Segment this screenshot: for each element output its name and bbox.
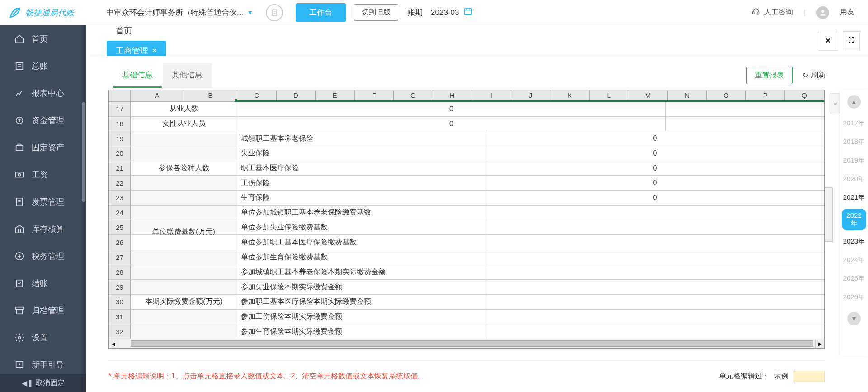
sidebar-item-ledger[interactable]: 总账 <box>0 53 86 80</box>
cell-value[interactable] <box>486 295 824 309</box>
old-version-button[interactable]: 切到旧版 <box>354 4 398 21</box>
col-header-M[interactable]: M <box>628 90 668 100</box>
cell-category[interactable]: 本期实际缴费金额(万元) <box>131 295 237 309</box>
cell-category[interactable] <box>131 250 237 265</box>
cell-value[interactable] <box>486 220 824 234</box>
col-header-H[interactable]: H <box>433 90 472 100</box>
cell-item[interactable]: 参加城镇职工基本养老保险本期实际缴费金额 <box>237 265 486 280</box>
col-header-L[interactable]: L <box>590 90 629 100</box>
scroll-right-arrow[interactable]: ▸ <box>815 339 824 348</box>
row-number[interactable]: 25 <box>109 220 131 234</box>
sidebar-scrollbar[interactable] <box>81 25 86 392</box>
row-number[interactable]: 29 <box>109 280 131 294</box>
sidebar-item-money[interactable]: 资金管理 <box>0 107 86 134</box>
sidebar-item-invoice[interactable]: 发票管理 <box>0 188 86 215</box>
cell-category[interactable]: 女性从业人员 <box>131 117 237 131</box>
cell-value[interactable] <box>486 265 824 280</box>
row-number[interactable]: 21 <box>109 161 131 176</box>
col-header-I[interactable]: I <box>472 90 511 100</box>
username[interactable]: 用友 <box>840 8 854 17</box>
avatar-icon[interactable] <box>816 6 829 19</box>
row-number[interactable]: 30 <box>109 295 131 309</box>
cell-value[interactable]: 0 <box>486 131 824 146</box>
vertical-scrollbar[interactable] <box>825 187 833 242</box>
reset-report-button[interactable]: 重置报表 <box>746 67 793 84</box>
cell-item[interactable]: 单位参加职工基本医疗保险缴费基数 <box>237 235 486 250</box>
year-option[interactable]: 2023年 <box>840 232 868 251</box>
row-number[interactable]: 28 <box>109 265 131 280</box>
sub-tab-基础信息[interactable]: 基础信息 <box>113 63 162 88</box>
period-picker[interactable]: 2023-03 <box>431 7 472 18</box>
cell-value[interactable]: 0 <box>486 146 824 161</box>
cell-empty[interactable] <box>666 102 824 116</box>
cell-value[interactable] <box>486 235 824 250</box>
cell-category[interactable] <box>131 176 237 190</box>
col-header-N[interactable]: N <box>668 90 707 100</box>
sidebar-item-chart[interactable]: 报表中心 <box>0 80 86 107</box>
cell-item[interactable]: 单位参加失业保险缴费基数 <box>237 220 486 234</box>
cell-value[interactable]: 0 <box>237 117 666 131</box>
cell-value[interactable]: 0 <box>486 191 824 205</box>
col-header-G[interactable]: G <box>394 90 433 100</box>
cell-value[interactable]: 0 <box>486 161 824 176</box>
cell-category[interactable]: 参保各险种人数 <box>131 161 237 176</box>
col-header-F[interactable]: F <box>355 90 394 100</box>
cell-value[interactable]: 0 <box>486 176 824 190</box>
tab-close-icon[interactable]: ✕ <box>152 47 157 54</box>
cell-item[interactable]: 参加职工基本医疗保险本期实际缴费金额 <box>237 295 486 309</box>
cell-item[interactable]: 失业保险 <box>237 146 486 161</box>
col-header-D[interactable]: D <box>277 90 316 100</box>
sidebar-item-archive[interactable]: 归档管理 <box>0 297 86 324</box>
year-panel-collapse-button[interactable]: « <box>830 93 841 113</box>
cell-item[interactable]: 城镇职工基本养老保险 <box>237 131 486 146</box>
row-number[interactable]: 23 <box>109 191 131 205</box>
col-header-J[interactable]: J <box>511 90 551 100</box>
cell-item[interactable]: 生育保险 <box>237 191 486 205</box>
cell-category[interactable]: 从业人数 <box>131 102 237 116</box>
row-number[interactable]: 20 <box>109 146 131 161</box>
col-header-A[interactable]: A <box>131 90 184 101</box>
cell-category[interactable] <box>131 191 237 205</box>
row-number[interactable]: 24 <box>109 206 131 220</box>
cell-category[interactable] <box>131 324 237 339</box>
workbench-button[interactable]: 工作台 <box>296 3 346 22</box>
cell-item[interactable]: 工伤保险 <box>237 176 486 190</box>
fullscreen-button[interactable] <box>843 31 860 50</box>
horizontal-scrollbar[interactable]: ◂ ▸ <box>109 339 824 348</box>
cell-value[interactable] <box>486 206 824 220</box>
cell-item[interactable]: 职工基本医疗保险 <box>237 161 486 176</box>
row-number[interactable]: 17 <box>109 102 131 116</box>
sidebar-item-gear[interactable]: 设置 <box>0 324 86 351</box>
col-header-E[interactable]: E <box>316 90 355 100</box>
cell-value[interactable] <box>486 250 824 265</box>
cell-value[interactable]: 0 <box>237 102 666 116</box>
sidebar-item-asset[interactable]: 固定资产 <box>0 134 86 161</box>
cell-value[interactable] <box>486 324 824 339</box>
row-number[interactable]: 27 <box>109 250 131 265</box>
col-header-O[interactable]: O <box>707 90 746 100</box>
year-option[interactable]: 2021年 <box>840 188 868 207</box>
col-header-B[interactable]: B <box>184 90 237 101</box>
sidebar-item-salary[interactable]: 工资 <box>0 161 86 188</box>
year-option[interactable]: 2022年 <box>842 209 866 230</box>
select-all-corner[interactable] <box>109 90 131 101</box>
sidebar-item-home[interactable]: 首页 <box>0 25 86 53</box>
cell-category[interactable]: 单位缴费基数(万元) <box>131 227 237 250</box>
scroll-thumb[interactable] <box>131 340 813 347</box>
cell-category[interactable] <box>131 310 237 324</box>
cell-item[interactable]: 单位参加生育保险缴费基数 <box>237 250 486 265</box>
row-number[interactable]: 26 <box>109 235 131 250</box>
cell-category[interactable] <box>131 206 237 220</box>
cell-category[interactable] <box>131 131 237 146</box>
col-header-K[interactable]: K <box>550 90 590 100</box>
cell-category[interactable] <box>131 280 237 294</box>
cell-item[interactable]: 参加生育保险本期实际缴费金额 <box>237 324 486 339</box>
cell-value[interactable] <box>486 310 824 324</box>
sub-tab-其他信息[interactable]: 其他信息 <box>163 63 212 88</box>
org-selector[interactable]: 中审众环会计师事务所（特殊普通合伙... ▼ <box>106 7 253 18</box>
cell-item[interactable]: 单位参加城镇职工基本养老保险缴费基数 <box>237 206 486 220</box>
row-number[interactable]: 18 <box>109 117 131 131</box>
sidebar-item-inventory[interactable]: 库存核算 <box>0 215 86 243</box>
support-link[interactable]: 人工咨询 <box>751 7 793 18</box>
row-number[interactable]: 22 <box>109 176 131 190</box>
